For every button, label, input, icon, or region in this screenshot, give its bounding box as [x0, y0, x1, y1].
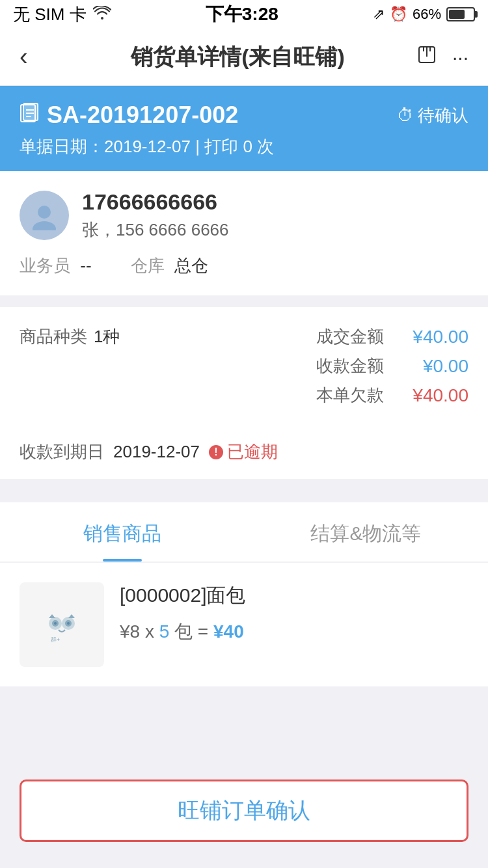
product-count: 商品种类 1种	[20, 325, 120, 348]
overdue-badge: ! 已逾期	[209, 441, 278, 463]
due-date-card: 收款到期日 2019-12-07 ! 已逾期	[0, 425, 488, 479]
divider-2	[0, 479, 488, 491]
product-list: 群+ [0000002]面包 ¥8 x 5 包 = ¥40	[0, 563, 488, 686]
carrier-label: 无 SIM 卡	[13, 3, 87, 26]
salesperson-meta: 业务员 --	[20, 254, 92, 277]
battery-label: 66%	[413, 6, 441, 23]
location-icon: ⇗	[373, 6, 385, 23]
bottom-action: 旺铺订单确认	[0, 766, 488, 868]
order-header: SA-20191207-002 ⏱ 待确认 单据日期：2019-12-07 | …	[0, 86, 488, 171]
status-bar-time: 下午3:28	[206, 2, 278, 27]
customer-phone: 17666666666	[82, 189, 468, 215]
more-icon[interactable]: ···	[452, 46, 468, 68]
nav-actions: ···	[417, 45, 468, 69]
warehouse-meta: 仓库 总仓	[131, 254, 208, 277]
alarm-icon: ⏰	[390, 6, 407, 23]
product-name: [0000002]面包	[120, 582, 468, 609]
svg-point-7	[38, 206, 51, 219]
order-id: SA-20191207-002	[20, 102, 238, 129]
order-date: 单据日期：2019-12-07 | 打印 0 次	[20, 135, 468, 158]
share-icon[interactable]	[417, 45, 437, 69]
order-status: ⏱ 待确认	[397, 104, 468, 127]
svg-point-8	[33, 221, 56, 230]
avatar	[20, 191, 69, 240]
divider-1	[0, 295, 488, 307]
overdue-icon: !	[209, 445, 223, 459]
received-amount: ¥0.00	[403, 356, 468, 377]
order-icon	[20, 102, 40, 129]
amount-card: 商品种类 1种 成交金额 ¥40.00 收款金额 ¥0.00 本单欠款 ¥40.…	[0, 307, 488, 425]
svg-point-14	[67, 622, 70, 625]
status-bar: 无 SIM 卡 下午3:28 ⇗ ⏰ 66%	[0, 0, 488, 29]
confirm-button[interactable]: 旺铺订单确认	[20, 780, 468, 842]
transaction-amount: ¥40.00	[403, 327, 468, 347]
status-bar-right: ⇗ ⏰ 66%	[373, 6, 475, 23]
amounts-list: 成交金额 ¥40.00 收款金额 ¥0.00 本单欠款 ¥40.00	[316, 325, 468, 407]
tabs: 销售商品 结算&物流等	[0, 502, 488, 562]
product-info: [0000002]面包 ¥8 x 5 包 = ¥40	[120, 582, 468, 644]
status-bar-left: 无 SIM 卡	[13, 3, 111, 26]
wifi-icon	[93, 5, 111, 25]
product-price-row: ¥8 x 5 包 = ¥40	[120, 619, 468, 644]
back-button[interactable]: ‹	[20, 43, 59, 71]
customer-card: 17666666666 张，156 6666 6666 业务员 -- 仓库 总仓	[0, 171, 488, 295]
tab-sales-product[interactable]: 销售商品	[0, 502, 244, 562]
product-item: 群+ [0000002]面包 ¥8 x 5 包 = ¥40	[0, 563, 488, 686]
customer-name: 张，156 6666 6666	[82, 219, 468, 241]
svg-text:群+: 群+	[51, 636, 60, 643]
svg-rect-3	[23, 103, 38, 120]
product-thumbnail: 群+	[20, 582, 104, 667]
tab-settlement[interactable]: 结算&物流等	[244, 502, 488, 562]
page-title: 销货单详情(来自旺铺)	[131, 42, 345, 72]
battery-icon	[446, 7, 475, 21]
due-amount: ¥40.00	[403, 385, 468, 406]
nav-bar: ‹ 销货单详情(来自旺铺) ···	[0, 29, 488, 86]
svg-point-13	[54, 622, 57, 625]
clock-icon: ⏱	[397, 105, 414, 126]
